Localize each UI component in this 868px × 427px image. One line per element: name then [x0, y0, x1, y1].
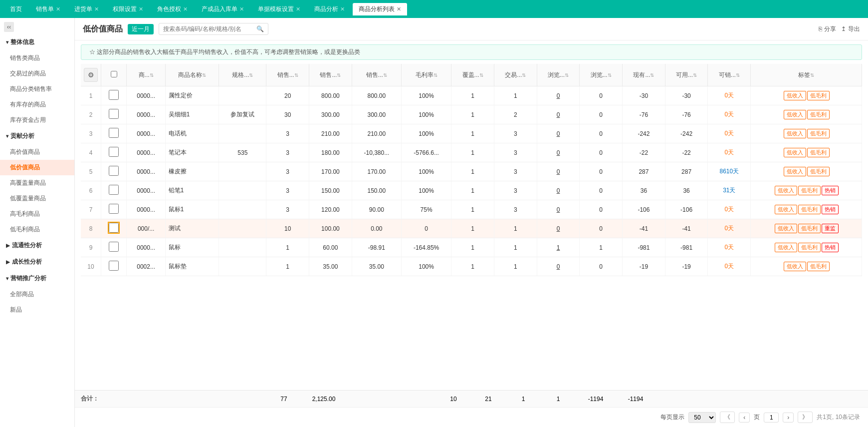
cell-checkbox[interactable]	[101, 238, 127, 257]
next-page-btn[interactable]: ›	[783, 413, 794, 423]
nav-analysis-list[interactable]: 商品分析列表 ✕	[353, 3, 407, 15]
sidebar-item-low-margin[interactable]: 低毛利商品	[0, 222, 74, 237]
col-name[interactable]: 商品名称⇅	[165, 64, 218, 86]
nav-home[interactable]: 首页	[4, 3, 28, 15]
nav-role[interactable]: 角色授权 ✕	[151, 3, 194, 15]
browse1-link[interactable]: 0	[557, 130, 560, 137]
browse1-link[interactable]: 0	[557, 111, 560, 118]
browse1-link[interactable]: 1	[557, 244, 560, 251]
col-trade[interactable]: 交易...⇅	[494, 64, 537, 86]
row-checkbox-8[interactable]	[109, 242, 119, 252]
cell-checkbox[interactable]	[101, 200, 127, 219]
col-current[interactable]: 现有...⇅	[623, 64, 665, 86]
prev-page-btn[interactable]: ‹	[739, 413, 750, 423]
sidebar-group-overall[interactable]: ▾ 整体信息	[0, 34, 74, 50]
row-checkbox-9[interactable]	[109, 261, 119, 271]
cell-checkbox[interactable]	[101, 86, 127, 105]
cell-browse1[interactable]: 0	[537, 181, 580, 200]
cell-browse1[interactable]: 0	[537, 86, 580, 105]
sidebar-collapse-btn[interactable]: ‹‹	[4, 22, 14, 32]
cell-checkbox[interactable]	[101, 143, 127, 162]
browse1-link[interactable]: 0	[557, 263, 560, 270]
sidebar-item-low-value[interactable]: 低价值商品	[0, 160, 74, 175]
nav-inbound[interactable]: 产成品入库单 ✕	[196, 3, 250, 15]
browse1-link[interactable]: 0	[557, 187, 560, 194]
col-browse1[interactable]: 浏览...⇅	[537, 64, 580, 86]
row-checkbox-6[interactable]	[109, 204, 119, 214]
sidebar-group-marketing[interactable]: ▾ 营销推广分析	[0, 270, 74, 287]
col-cover[interactable]: 覆盖...⇅	[451, 64, 494, 86]
sidebar-item-traded-goods[interactable]: 交易过的商品	[0, 66, 74, 81]
cell-checkbox[interactable]	[101, 162, 127, 181]
col-tags[interactable]: 标签⇅	[751, 64, 862, 86]
nav-close-template[interactable]: ✕	[296, 6, 300, 12]
row-checkbox-2[interactable]	[109, 128, 119, 138]
nav-sales[interactable]: 销售单 ✕	[30, 3, 66, 15]
export-button[interactable]: ↥ 导出	[841, 25, 860, 33]
sidebar-group-growth[interactable]: ▶ 成长性分析	[0, 254, 74, 270]
col-checkbox[interactable]	[101, 64, 127, 86]
col-gross[interactable]: 毛利率⇅	[401, 64, 451, 86]
nav-permission[interactable]: 权限设置 ✕	[107, 3, 149, 15]
browse1-link[interactable]: 0	[557, 92, 560, 99]
cell-checkbox[interactable]	[101, 257, 127, 276]
browse1-link[interactable]: 0	[557, 149, 560, 156]
sidebar-group-contribution[interactable]: ▾ 贡献分析	[0, 128, 74, 144]
col-sellable[interactable]: 可销...⇅	[708, 64, 751, 86]
cell-browse1[interactable]: 0	[537, 105, 580, 124]
cell-browse1[interactable]: 0	[537, 124, 580, 143]
sidebar-group-flow[interactable]: ▶ 流通性分析	[0, 237, 74, 254]
col-spec[interactable]: 规格...⇅	[219, 64, 266, 86]
sidebar-item-stock-capital[interactable]: 库存资金占用	[0, 112, 74, 128]
cell-browse1[interactable]: 0	[537, 257, 580, 276]
nav-close-analysis-list[interactable]: ✕	[397, 6, 401, 12]
cell-checkbox[interactable]	[101, 105, 127, 124]
col-sales1[interactable]: 销售...⇅	[266, 64, 309, 86]
sidebar-item-sales-goods[interactable]: 销售类商品	[0, 50, 74, 66]
sidebar-item-all-goods[interactable]: 全部商品	[0, 287, 74, 302]
sidebar-item-high-value[interactable]: 高价值商品	[0, 144, 74, 160]
sidebar-item-low-coverage[interactable]: 低覆盖量商品	[0, 191, 74, 206]
page-size-select[interactable]: 50 100 200	[688, 412, 716, 423]
row-checkbox-7[interactable]	[109, 223, 119, 233]
sidebar-item-stock-goods[interactable]: 有库存的商品	[0, 97, 74, 112]
share-button[interactable]: ⎘ 分享	[819, 25, 836, 33]
cell-checkbox[interactable]	[101, 219, 127, 238]
sidebar-item-high-margin[interactable]: 高毛利商品	[0, 206, 74, 222]
cell-browse1[interactable]: 0	[537, 143, 580, 162]
nav-close-purchase[interactable]: ✕	[94, 6, 99, 12]
first-page-btn[interactable]: 《	[720, 412, 735, 423]
nav-close-inbound[interactable]: ✕	[239, 6, 244, 12]
cell-checkbox[interactable]	[101, 124, 127, 143]
nav-close-role[interactable]: ✕	[183, 6, 188, 12]
page-num-input[interactable]	[764, 413, 779, 423]
nav-close-permission[interactable]: ✕	[139, 6, 143, 12]
row-checkbox-4[interactable]	[109, 166, 119, 176]
sidebar-item-new-goods[interactable]: 新品	[0, 302, 74, 318]
search-input[interactable]	[163, 25, 254, 32]
cell-browse1[interactable]: 0	[537, 200, 580, 219]
settings-icon-btn[interactable]: ⚙	[84, 68, 98, 82]
browse1-link[interactable]: 0	[557, 206, 560, 213]
col-code[interactable]: 商...⇅	[127, 64, 165, 86]
cell-browse1[interactable]: 1	[537, 238, 580, 257]
row-checkbox-0[interactable]	[109, 90, 119, 100]
nav-analysis[interactable]: 商品分析 ✕	[308, 3, 351, 15]
col-available[interactable]: 可用...⇅	[665, 64, 708, 86]
row-checkbox-5[interactable]	[109, 185, 119, 195]
nav-template[interactable]: 单据模板设置 ✕	[252, 3, 306, 15]
cell-browse1[interactable]: 0	[537, 162, 580, 181]
nav-close-analysis[interactable]: ✕	[340, 6, 345, 12]
filter-badge[interactable]: 近一月	[128, 24, 154, 34]
select-all-checkbox[interactable]	[111, 71, 117, 77]
search-icon[interactable]: 🔍	[256, 25, 264, 32]
cell-checkbox[interactable]	[101, 181, 127, 200]
row-checkbox-1[interactable]	[109, 109, 119, 119]
sidebar-item-high-coverage[interactable]: 高覆盖量商品	[0, 175, 74, 191]
row-checkbox-3[interactable]	[109, 147, 119, 157]
browse1-link[interactable]: 0	[557, 225, 560, 232]
col-sales3[interactable]: 销售...⇅	[352, 64, 401, 86]
nav-purchase[interactable]: 进货单 ✕	[68, 3, 105, 15]
sidebar-item-category-rate[interactable]: 商品分类销售率	[0, 81, 74, 97]
col-browse2[interactable]: 浏览...⇅	[580, 64, 623, 86]
